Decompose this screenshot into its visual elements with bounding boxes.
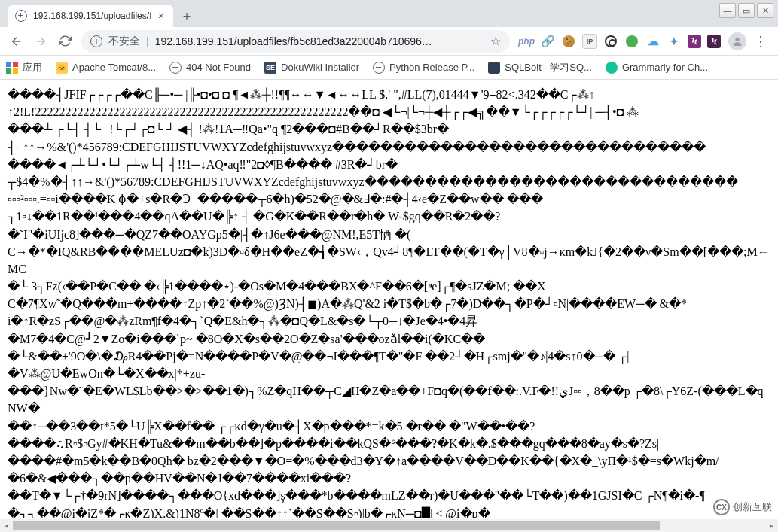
raw-text-line: ���}Nw�˜�E�WL$Lb��>�>��1�)┐%Z�qH��┬C◢H�Z… [8,382,770,417]
bookmark-dokuwiki[interactable]: SE DokuWiki Installer [264,62,359,74]
apps-icon [6,62,18,74]
insecure-label: 不安全 [108,35,140,48]
sqlbolt-icon [488,62,500,74]
tab-strip: 192.168.199.151/uploadfiles/fl × + [0,0,778,27]
bookmark-python[interactable]: Python Release P... [373,62,474,74]
maximize-button[interactable]: ▭ [738,3,755,18]
raw-text-line: ↑2!L!22222222222222222222222222222222222… [8,103,770,120]
bookmark-grammarly[interactable]: Grammarly for Ch... [606,62,708,74]
extension-ip-icon[interactable]: IP [582,34,597,49]
url-text: 192.168.199.151/uploadfiles/fb5c81ed3a22… [155,35,484,47]
scroll-thumb[interactable] [13,521,660,530]
grammarly-icon [606,62,618,74]
raw-text-line: �└ 3┐Fz(‹��P�C�� �‹╠1����⋆)-�Os�M�4���BX… [8,278,770,295]
raw-text-line: ▫▫▫²▫▫▫.=▫▫i����K ϕ�+s�R�Ɔ+�����┬6�h)�52… [8,190,770,208]
extension-bird-icon[interactable]: ✦ [667,34,682,49]
extension-php-icon[interactable]: php [519,34,534,49]
minimize-button[interactable]: — [719,3,736,18]
dokuwiki-icon: SE [264,62,276,74]
browser-toolbar: i 不安全 | 192.168.199.151/uploadfiles/fb5c… [0,27,778,56]
raw-text-line: �┐┐��@i�jZ*�┌κ�Z)X.&)1N8º�| ��S��↑↑`��S�… [8,505,770,519]
raw-text-line: ┐1▫↓��1R��¹���4��qA��U�╠↑ ┤ �G�K��R��r�h… [8,208,770,225]
tomcat-icon: 🐱 [56,62,68,74]
reload-button[interactable] [54,31,75,52]
raw-text-line: ��↑─��3��t*5�└U╠X��f�� ┌┌κd�γ�u�┤X�p���*… [8,418,770,435]
bookmark-star-icon[interactable]: ☆ [490,34,501,48]
raw-text-line: ����♫R▫$▫Gy#�KH�Tu&��m��b��]�p����i��kQS… [8,435,770,452]
horizontal-scrollbar[interactable]: ◂ ▸ [0,519,778,532]
bookmark-label: Python Release P... [389,62,474,73]
raw-text-line: ��T�▼└┌†�9rN]����┐���O{xd���]ş���*b����m… [8,487,770,504]
extension-target-icon[interactable] [603,34,618,49]
scroll-track[interactable] [13,519,765,532]
raw-text-line: �└&��+'9O�\�₯R4��Pj�=N����P�V�@��¬I���¶T… [8,348,770,365]
bookmark-label: SQLBolt - 学习SQ... [505,61,592,74]
raw-text-line: ����◄┌┴└┘•└┘┌┴w└┤ ┤!!1─↓AQ•aq‼"2◘◊¶B����… [8,156,770,173]
bookmark-label: Apache Tomcat/8... [72,62,156,73]
bookmarks-bar: 应用 🐱 Apache Tomcat/8... 404 Not Found SE… [0,56,778,80]
scroll-right-arrow[interactable]: ▸ [765,519,778,532]
extensions-row: php 🔗 IP ☁ ✦ Ϟ Ϟ [519,34,721,49]
watermark-logo: CX [713,499,730,515]
close-window-button[interactable]: ✕ [757,3,773,18]
back-button[interactable] [6,31,27,52]
raw-text-line: C→�*�IQ&RB����MELUz◘�k)3D�▫δ�H��eZ�┪�SW‹… [8,243,770,278]
window-controls: — ▭ ✕ [719,3,773,18]
globe-icon [169,62,182,74]
extension-green-icon[interactable] [624,34,639,49]
watermark: CX 创新互联 [710,497,775,517]
site-info-icon[interactable]: i [90,35,102,47]
globe-icon [373,62,385,74]
raw-text-line: �6�&◀���┐��p��HV��N�J��7����xi���? [8,470,770,487]
bookmark-404[interactable]: 404 Not Found [169,62,251,74]
raw-text-line: �M7�4�C@┛2▼Zo�i���`p~ �8O�X�s��2O�Z�sa'�… [8,330,770,348]
raw-text-line: ┤⌐↑↑→%&'()*456789:CDEFGHIJSTUVWXYZcdefgh… [8,138,770,156]
watermark-text: 创新互联 [733,500,772,514]
separator: | [146,35,149,47]
browser-tab[interactable]: 192.168.199.151/uploadfiles/fl × [8,5,173,27]
extension-link-icon[interactable]: 🔗 [540,34,555,49]
raw-text-line: C�7¶Xw˜�Q���m+����↑Zp↑�2`��%@)ȜN)┤◼)A�⁂Q… [8,295,770,312]
page-content: ����┤JFIF┌┌┌┌��C╟─•─ |╟•◘•◘ ◘ ¶◄⁂┼!!¶¶↔↔… [0,80,778,518]
bookmark-label: DokuWiki Installer [281,62,359,73]
address-bar[interactable]: i 不安全 | 192.168.199.151/uploadfiles/fb5c… [81,30,510,53]
raw-text-line: �V⁂@U�EwOn�└�X��x|*+zu- [8,365,770,382]
raw-text-line: ┬$4�%�┤↑↑→&'()*56789:CDEFGHIJSTUVWXYZcde… [8,173,770,190]
forward-button[interactable] [30,31,51,52]
new-tab-button[interactable]: + [176,6,197,27]
apps-button[interactable]: 应用 [6,61,42,74]
chrome-menu-button[interactable]: ⋮ [749,33,772,50]
bookmark-sqlbolt[interactable]: SQLBolt - 学习SQ... [488,61,592,74]
bookmark-tomcat[interactable]: 🐱 Apache Tomcat/8... [56,62,156,74]
raw-text-line: �˜I"�iUIjc8]���─�QZ7��OAYGp5�|┤�↑J6e���@… [8,226,770,243]
raw-text-line: i�↑R�zS┌��@�⁂zRm¶f�4�┐`Q�E&h�┐⁂�◘Q�L&�s�… [8,312,770,330]
bookmark-label: Grammarly for Ch... [622,62,708,73]
tab-close-button[interactable]: × [157,10,166,22]
profile-avatar[interactable] [728,32,746,50]
scroll-left-arrow[interactable]: ◂ [0,519,13,532]
bookmark-label: 404 Not Found [186,62,251,73]
extension-cookie-icon[interactable] [561,34,576,49]
extension-cloud-icon[interactable]: ☁ [645,34,661,49]
extension-s2-icon[interactable]: Ϟ [707,35,721,48]
tab-title: 192.168.199.151/uploadfiles/fl [33,11,151,21]
raw-text-line: ����#�m5�k��B�0Qh� bz�2���▼�O=�%���d3�Y�… [8,452,770,470]
raw-text-line: ����┤JFIF┌┌┌┌��C╟─•─ |╟•◘•◘ ◘ ¶◄⁂┼!!¶¶↔↔… [8,86,770,103]
extension-s1-icon[interactable]: Ϟ [688,35,701,48]
raw-text-line: ���┴ ┌└┤ ┤└ | !└┌┘┌◘└ ┘ ◀┤ !⁂!1A─‼Qa•"q … [8,120,770,138]
globe-icon [15,10,27,22]
svg-point-0 [735,37,739,41]
apps-label: 应用 [23,61,42,74]
